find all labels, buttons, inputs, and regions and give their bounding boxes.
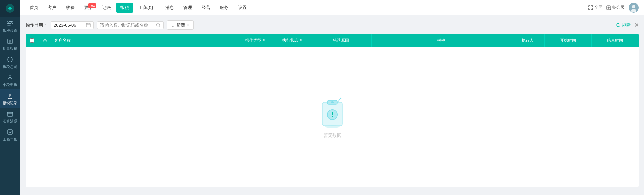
svg-point-14 xyxy=(632,5,635,8)
svg-point-15 xyxy=(631,9,636,12)
svg-point-26 xyxy=(325,125,340,128)
fullscreen-button[interactable]: 全屏 xyxy=(588,5,602,10)
nav-item-xiaoxi[interactable]: 消息 xyxy=(161,3,178,13)
sidebar-item-baoshui-zonlan[interactable]: 报税总览 xyxy=(0,53,20,71)
svg-point-18 xyxy=(44,40,46,41)
sidebar-item-huisuan-jiaona[interactable]: 汇算清缴 xyxy=(0,108,20,126)
overview-icon xyxy=(6,56,14,63)
svg-point-8 xyxy=(9,76,11,78)
svg-point-4 xyxy=(8,21,9,22)
record-icon xyxy=(6,92,14,100)
top-nav-right: 全屏 畅会员 xyxy=(588,3,639,13)
content-area: 操作日期： xyxy=(20,15,644,195)
settlement-icon xyxy=(6,110,14,118)
empty-illustration: ! xyxy=(317,95,347,129)
date-label: 操作日期： xyxy=(26,22,47,28)
column-settings-icon xyxy=(43,38,47,43)
th-op-type[interactable]: 操作类型 ⇅ xyxy=(237,34,274,47)
nav-item-gongshang-xiangmu[interactable]: 工商项目 xyxy=(134,3,160,13)
new-badge: new xyxy=(88,3,96,8)
filter-icon xyxy=(171,23,175,27)
th-tax-type: 税种 xyxy=(372,34,511,47)
search-icon xyxy=(156,23,161,27)
nav-item-shezhi[interactable]: 设置 xyxy=(234,3,251,13)
nav-item-baoshui[interactable]: 报税 xyxy=(116,3,133,13)
sort-icon-status: ⇅ xyxy=(300,39,302,42)
batch-icon xyxy=(6,38,14,45)
date-input[interactable] xyxy=(54,23,84,28)
page-content: 操作日期： xyxy=(20,15,644,195)
member-button[interactable]: 畅会员 xyxy=(606,5,625,10)
table-header: 客户名称 操作类型 ⇅ 执行状态 ⇅ 错误原因 税种 xyxy=(26,34,639,47)
svg-point-21 xyxy=(331,101,334,103)
svg-rect-16 xyxy=(86,23,90,27)
nav-item-shouye[interactable]: 首页 xyxy=(26,3,42,13)
th-start-time: 开始时间 xyxy=(545,34,592,47)
nav-items: 首页 客户 收费 票据 new 记账 报税 工商项目 消息 xyxy=(26,3,588,13)
th-settings[interactable] xyxy=(39,34,51,47)
refresh-icon xyxy=(616,23,621,27)
sidebar: 报税设置 批量报税 报税总览 个税申报 xyxy=(0,0,20,195)
nav-item-jingying[interactable]: 经营 xyxy=(198,3,214,13)
main-area: 首页 客户 收费 票据 new 记账 报税 工商项目 消息 xyxy=(20,0,644,195)
close-button[interactable]: ✕ xyxy=(634,22,639,28)
sidebar-item-baoshui-jilu[interactable]: 报税记录 xyxy=(0,89,20,108)
nav-item-jizhang[interactable]: 记账 xyxy=(98,3,115,13)
chevron-down-icon xyxy=(186,23,190,27)
table-body-empty: ! 暂无数据 xyxy=(26,47,639,187)
th-executor: 执行人 xyxy=(511,34,545,47)
nav-item-kehu[interactable]: 客户 xyxy=(44,3,60,13)
nav-item-guanli[interactable]: 管理 xyxy=(179,3,196,13)
select-all-checkbox[interactable] xyxy=(30,38,34,43)
nav-item-fuwu[interactable]: 服务 xyxy=(216,3,232,13)
top-nav: 首页 客户 收费 票据 new 记账 报税 工商项目 消息 xyxy=(20,0,644,15)
sidebar-item-geshuishenqing[interactable]: 个税申报 xyxy=(0,71,20,89)
svg-text:!: ! xyxy=(331,111,333,118)
sidebar-item-piliang-baoshui[interactable]: 批量报税 xyxy=(0,35,20,53)
th-client-name: 客户名称 xyxy=(51,34,237,47)
calendar-icon xyxy=(86,23,91,27)
filter-button[interactable]: 筛选 xyxy=(167,20,194,30)
personal-tax-icon xyxy=(6,74,14,81)
empty-text: 暂无数据 xyxy=(324,132,341,139)
sidebar-item-baoshui-shezhi[interactable]: 报税设置 xyxy=(0,17,20,35)
search-wrap[interactable] xyxy=(97,21,164,29)
avatar[interactable] xyxy=(629,3,639,13)
toolbar: 操作日期： xyxy=(26,20,639,30)
th-exec-status[interactable]: 执行状态 ⇅ xyxy=(274,34,311,47)
search-input[interactable] xyxy=(100,23,154,28)
sort-icon-optype: ⇅ xyxy=(263,39,265,42)
svg-point-5 xyxy=(11,23,12,24)
th-error-reason: 错误原因 xyxy=(311,34,372,47)
nav-item-piaoju[interactable]: 票据 new xyxy=(80,3,97,13)
refresh-button[interactable]: 刷新 xyxy=(616,22,631,28)
table-wrap: 客户名称 操作类型 ⇅ 执行状态 ⇅ 错误原因 税种 xyxy=(26,34,639,187)
settings-icon xyxy=(6,20,14,27)
nav-item-shoufei[interactable]: 收费 xyxy=(62,3,79,13)
svg-rect-10 xyxy=(7,112,13,116)
sidebar-item-gongshang-nianbao[interactable]: 工商年报 xyxy=(0,126,20,144)
logo[interactable] xyxy=(0,0,20,17)
th-end-time: 结束时间 xyxy=(592,34,639,47)
date-input-wrap[interactable] xyxy=(51,21,94,29)
svg-line-24 xyxy=(338,98,341,102)
annual-report-icon xyxy=(6,128,14,136)
svg-rect-3 xyxy=(7,25,11,26)
svg-rect-11 xyxy=(8,130,12,134)
th-checkbox[interactable] xyxy=(26,34,39,47)
